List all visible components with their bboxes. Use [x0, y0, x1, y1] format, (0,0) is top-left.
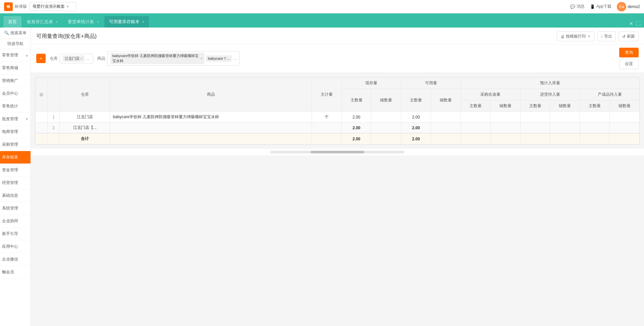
row1-incoming-aux — [550, 112, 580, 123]
row1-gear[interactable] — [36, 112, 48, 123]
row2-avail-main: 2.00 — [401, 123, 431, 134]
sidebar-item-purchase[interactable]: 采购管理 — [0, 138, 31, 151]
sidebar-item-app-center[interactable]: 应用中心 — [0, 240, 31, 253]
print-icon: 🖨 — [560, 34, 565, 39]
row1-warehouse: 江北门店 — [60, 112, 110, 123]
col-available: 可用量 — [401, 78, 461, 89]
page-title: 可用量查询(按仓库+商品) — [36, 33, 97, 40]
col-stock-aux: 辅数量 — [371, 89, 401, 112]
row2-incoming-aux — [550, 123, 580, 134]
username: demo2 — [628, 4, 640, 9]
row1-product-main — [580, 112, 610, 123]
filter-toggle-btn[interactable]: » — [36, 54, 46, 63]
table-footer-row: 合计 2.00 2.00 — [36, 133, 640, 144]
col-main-unit: 主计量 — [312, 78, 341, 112]
row2-warehouse: 江北门店【... — [60, 123, 110, 134]
row1-purchase-main — [461, 112, 490, 123]
refresh-btn[interactable]: ↺ 刷新 — [619, 32, 639, 41]
sidebar-item-member2[interactable]: 畅会员 — [0, 266, 31, 279]
row1-purchase-aux — [490, 112, 520, 123]
horizontal-scrollbar[interactable] — [270, 151, 405, 153]
export-btn[interactable]: ↑ 导出 — [597, 32, 616, 41]
scrollbar-thumb[interactable] — [311, 151, 364, 153]
sidebar-search[interactable]: 🔍 搜索菜单 — [0, 28, 31, 39]
filter-action-btns: 查询 设置 — [619, 48, 639, 69]
col-product-aux: 辅数量 — [610, 100, 640, 112]
tab-home[interactable]: 首页 — [3, 16, 21, 28]
expand-icon[interactable]: ⛶ — [636, 21, 641, 26]
product-more[interactable]: ... — [233, 56, 236, 61]
sidebar-item-inventory[interactable]: 库存核算 — [0, 151, 31, 164]
phone-icon: 📱 — [590, 4, 595, 9]
row2-unit — [312, 123, 341, 134]
warehouse-more[interactable]: ... — [86, 56, 89, 61]
sidebar-item-enterprise[interactable]: 企业协同 — [0, 215, 31, 228]
main-table: ⚙ 仓库 商品 主计量 现存量 — [35, 77, 640, 144]
product-tag2: babycare？... — [206, 55, 232, 62]
warehouse-tag: 江北门店 × — [63, 55, 85, 62]
tab-order-stats[interactable]: 要货单统计表 × — [63, 16, 103, 28]
product-tag1-close[interactable]: × — [201, 57, 203, 60]
warehouse-input[interactable]: 江北门店 × ... — [60, 54, 93, 63]
product-label: 商品 — [97, 56, 105, 61]
col-warehouse: 仓库 — [60, 78, 110, 112]
tab-receipts[interactable]: 收发存汇总表 × — [22, 16, 62, 28]
col-product: 商品 — [110, 78, 312, 112]
logo-text: 标准版 — [15, 4, 27, 9]
table-row-subtotal: 2 江北门店【... 2.00 2.00 — [36, 123, 640, 134]
col-estimated-in: 预计入库量 — [461, 78, 639, 89]
row1-avail-main: 2.00 — [401, 112, 431, 123]
sidebar-item-basic-info[interactable]: 基础信息 — [0, 189, 31, 202]
sidebar-item-member[interactable]: 会员中心 — [0, 87, 31, 100]
scroll-bar-area — [31, 149, 644, 155]
sidebar-item-marketing[interactable]: 营销推广 — [0, 75, 31, 87]
footer-product — [110, 133, 312, 144]
settings-icon[interactable]: ⚙ — [39, 92, 44, 97]
product-input[interactable]: babycare学饮杯 儿童防摔防撞吸管杯重力球吸嘴杯宝宝水杯 × babyca… — [107, 51, 239, 66]
sidebar-item-system[interactable]: 系统管理 — [0, 202, 31, 215]
industry-select[interactable]: 母婴行业演示账套 ▼ — [30, 2, 76, 11]
sidebar-item-guide[interactable]: 新手引导 — [0, 228, 31, 240]
row2-product-main — [580, 123, 610, 134]
setting-btn[interactable]: 设置 — [619, 59, 639, 69]
sidebar-item-wecom[interactable]: 企业微信 — [0, 253, 31, 266]
footer-incoming-aux — [550, 133, 580, 144]
row2-product-aux — [610, 123, 640, 134]
sidebar-item-finance[interactable]: 资金管理 — [0, 164, 31, 177]
footer-label: 合计 — [60, 133, 110, 144]
chevron-up-icon: ▲ — [25, 53, 29, 57]
sidebar-item-retail-mall[interactable]: 零售商城 — [0, 62, 31, 75]
content: 可用量查询(按仓库+商品) 🖨 按模板打印 ▼ ↑ 导出 ↺ 刷新 — [31, 28, 644, 326]
top-bar-right: 💬 消息 📱 App下载 Ea demo2 — [570, 2, 640, 11]
col-purchase-main: 主数量 — [461, 100, 490, 112]
tab-available-stock-close[interactable]: × — [142, 20, 144, 24]
row1-stock-aux — [371, 112, 401, 123]
sidebar-item-zero-retail[interactable]: 零售管理 ▲ — [0, 49, 31, 62]
col-num — [48, 78, 60, 112]
message-icon: 💬 — [570, 4, 575, 9]
chevron-right-icon: » — [40, 56, 42, 61]
row1-num: 1 — [48, 112, 60, 123]
message-action[interactable]: 💬 消息 — [570, 4, 585, 9]
sidebar-item-retail-stats[interactable]: 零售统计 — [0, 100, 31, 113]
query-btn[interactable]: 查询 — [619, 48, 639, 57]
footer-incoming-main — [520, 133, 550, 144]
product-filter: 商品 babycare学饮杯 儿童防摔防撞吸管杯重力球吸嘴杯宝宝水杯 × bab… — [97, 51, 239, 66]
tab-receipts-close[interactable]: × — [56, 20, 58, 24]
search-icon: 🔍 — [4, 31, 9, 35]
user-area[interactable]: Ea demo2 — [617, 2, 640, 11]
template-print-btn[interactable]: 🖨 按模板打印 ▼ — [557, 32, 594, 41]
tab-order-stats-close[interactable]: × — [97, 20, 99, 24]
sidebar-item-ecommerce[interactable]: 电商管理 — [0, 126, 31, 138]
nav-tabs: 首页 收发存汇总表 × 要货单统计表 × 可用量库存账本 × ✕ ⛶ — [0, 13, 644, 28]
col-purchase-transit: 采购在途量 — [461, 89, 520, 100]
close-window-icon[interactable]: ✕ — [629, 21, 633, 26]
sidebar-item-operations[interactable]: 经营管理 — [0, 177, 31, 189]
sidebar-item-wholesale[interactable]: 批发管理 ▼ — [0, 113, 31, 126]
sidebar-quick-nav[interactable]: 快捷导航 — [0, 39, 31, 49]
warehouse-tag-close[interactable]: × — [80, 57, 83, 60]
tab-available-stock[interactable]: 可用量库存账本 × — [104, 16, 149, 28]
logo-icon: 畅 — [4, 2, 13, 11]
nav-right-icons: ✕ ⛶ — [629, 21, 641, 28]
app-download-action[interactable]: 📱 App下载 — [590, 4, 611, 9]
